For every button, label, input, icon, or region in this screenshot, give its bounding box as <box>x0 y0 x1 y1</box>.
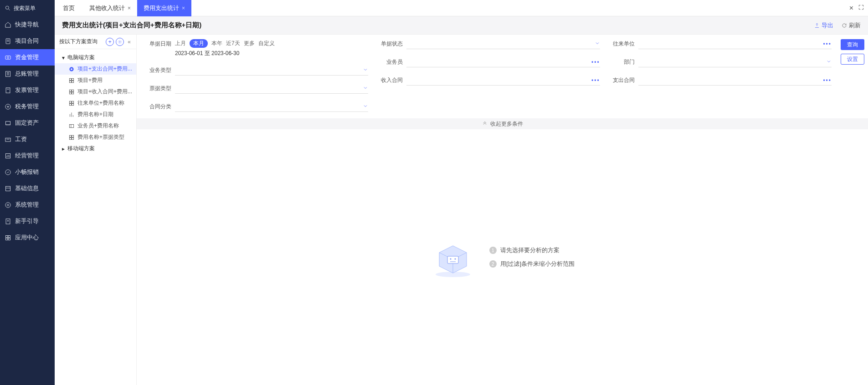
ledger-icon <box>5 71 11 77</box>
tab-close-icon[interactable]: × <box>182 5 185 11</box>
scheme-add-button[interactable]: + <box>106 38 114 46</box>
sidebar-item-biz[interactable]: 经营管理 <box>0 147 55 164</box>
fullscreen-icon[interactable] <box>858 4 864 12</box>
outcontract-lookup[interactable]: ••• <box>638 76 832 86</box>
svg-rect-37 <box>69 90 71 91</box>
collapse-filters-button[interactable]: 收起更多条件 <box>137 118 868 129</box>
salesman-lookup[interactable]: ••• <box>406 57 600 67</box>
date-option[interactable]: 本年 <box>211 40 222 47</box>
sidebar-item-ledger[interactable]: 总账管理 <box>0 66 55 82</box>
filter-label: 收入合同 <box>377 76 403 84</box>
sidebar-item-asset[interactable]: 固定资产 <box>0 115 55 131</box>
sidebar-item-label: 小畅报销 <box>15 168 39 176</box>
sidebar-item-home[interactable]: 快捷导航 <box>0 16 55 33</box>
date-option[interactable]: 上月 <box>175 40 186 47</box>
tree-leaf[interactable]: 项目+费用 <box>55 75 136 86</box>
tab-首页[interactable]: 首页 <box>55 0 83 16</box>
filter-partner: 往来单位••• <box>609 39 832 49</box>
export-button[interactable]: 导出 <box>814 21 833 30</box>
sidebar-item-label: 经营管理 <box>15 152 39 160</box>
tree-leaf[interactable]: 业务员+费用名称 <box>55 120 136 132</box>
chevron-up-icon <box>482 121 488 127</box>
grid-icon <box>68 89 75 95</box>
scheme-settings-button[interactable] <box>116 38 124 46</box>
tree-group[interactable]: ▾电脑端方案 <box>55 52 136 63</box>
caret-icon: ▸ <box>62 146 66 152</box>
tree-leaf-label: 项目+费用 <box>77 76 103 84</box>
scheme-panel: 按以下方案查询 + « ▾电脑端方案项目+支出合同+费用...项目+费用项目+收… <box>55 35 137 385</box>
svg-rect-42 <box>72 101 74 103</box>
sidebar-item-appc[interactable]: 应用中心 <box>0 229 55 246</box>
empty-step-2: 用[过滤]条件来缩小分析范围 <box>500 260 575 268</box>
filter-incontract: 收入合同••• <box>377 76 600 86</box>
sidebar-item-tax[interactable]: 税务管理 <box>0 98 55 115</box>
sidebar-search-label: 搜索菜单 <box>14 5 36 12</box>
filter-label: 单据状态 <box>377 39 403 48</box>
billstatus-select[interactable] <box>406 39 600 49</box>
sidebar-item-label: 总账管理 <box>15 70 39 78</box>
xc-icon <box>5 169 11 176</box>
filter-dept: 部门 <box>609 57 832 67</box>
svg-rect-14 <box>6 121 10 125</box>
tree-leaf[interactable]: 往来单位+费用名称 <box>55 97 136 109</box>
setting-button[interactable]: 设置 <box>841 54 864 65</box>
incontract-lookup[interactable]: ••• <box>406 76 600 86</box>
empty-state: 1请先选择要分析的方案 2用[过滤]条件来缩小分析范围 <box>137 129 868 385</box>
date-range-text: 2023-06-01 至 2023-06-30 <box>175 50 368 57</box>
svg-point-30 <box>119 41 121 42</box>
contracttype-select[interactable] <box>175 102 368 112</box>
tab-label: 首页 <box>63 4 75 12</box>
date-option[interactable]: 自定义 <box>258 40 275 47</box>
filter-label: 往来单位 <box>609 39 635 48</box>
tab-费用支出统计[interactable]: 费用支出统计× <box>137 0 191 16</box>
sidebar-item-invoice[interactable]: 发票管理 <box>0 82 55 98</box>
invoice-icon <box>5 87 11 94</box>
sidebar-item-guide[interactable]: 新手引导 <box>0 213 55 229</box>
query-button[interactable]: 查询 <box>841 39 864 50</box>
svg-rect-20 <box>6 186 10 191</box>
svg-rect-44 <box>72 103 74 105</box>
tab-label: 其他收入统计 <box>89 4 125 12</box>
tree-leaf-label: 业务员+费用名称 <box>77 122 119 130</box>
tree-leaf[interactable]: 费用名称+票据类型 <box>55 132 136 143</box>
svg-rect-33 <box>69 78 71 80</box>
sidebar-item-doc[interactable]: 项目合同 <box>0 33 55 49</box>
date-option[interactable]: 近7天 <box>226 40 240 47</box>
tab-close-icon[interactable]: × <box>128 5 131 11</box>
filter-label: 票据类型 <box>146 84 171 92</box>
date-option[interactable]: 更多 <box>244 40 255 47</box>
sidebar-item-sys[interactable]: 系统管理 <box>0 197 55 213</box>
page-header: 费用支出统计(项目+支出合同+费用名称+日期) 导出 刷新 <box>55 16 868 35</box>
tree-leaf[interactable]: 费用名称+日期 <box>55 109 136 120</box>
sidebar-item-salary[interactable]: 工资 <box>0 131 55 147</box>
svg-rect-36 <box>72 81 74 82</box>
svg-point-25 <box>7 220 9 222</box>
svg-rect-11 <box>6 87 10 92</box>
svg-rect-27 <box>8 235 10 237</box>
sidebar-item-label: 税务管理 <box>15 102 39 111</box>
tabs-bar: 首页其他收入统计×费用支出统计× × <box>55 0 868 16</box>
tree-group[interactable]: ▸移动端方案 <box>55 143 136 154</box>
sidebar-item-base[interactable]: 基础信息 <box>0 180 55 197</box>
scheme-collapse-button[interactable]: « <box>126 39 133 45</box>
date-option[interactable]: 本月 <box>190 39 208 48</box>
sidebar-item-xc[interactable]: 小畅报销 <box>0 164 55 180</box>
tab-其他收入统计[interactable]: 其他收入统计× <box>83 0 137 16</box>
sidebar-item-label: 快捷导航 <box>15 20 39 29</box>
tree-leaf[interactable]: 项目+收入合同+费用... <box>55 86 136 97</box>
refresh-button[interactable]: 刷新 <box>842 21 861 30</box>
dept-select[interactable] <box>638 57 832 67</box>
sidebar-search[interactable]: 搜索菜单 <box>0 0 55 16</box>
sidebar-item-money[interactable]: 资金管理 <box>0 49 55 66</box>
billtype-select[interactable] <box>175 84 368 94</box>
tabs-close-all-icon[interactable]: × <box>849 4 853 12</box>
filter-label: 业务类型 <box>146 66 171 74</box>
col-icon <box>68 123 75 129</box>
tree-leaf[interactable]: 项目+支出合同+费用... <box>55 63 136 75</box>
sidebar-item-label: 应用中心 <box>15 233 39 242</box>
svg-rect-34 <box>72 78 74 80</box>
biztype-select[interactable] <box>175 66 368 76</box>
svg-point-23 <box>5 202 10 207</box>
sidebar-item-label: 系统管理 <box>15 201 39 209</box>
partner-lookup[interactable]: ••• <box>638 39 832 49</box>
